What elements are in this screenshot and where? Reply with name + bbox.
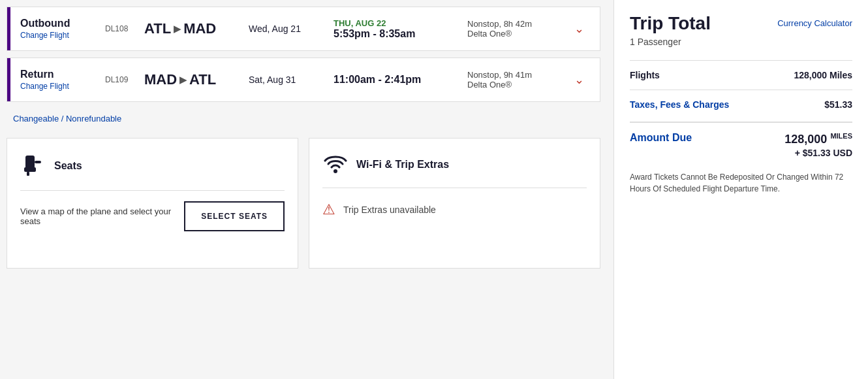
return-nonstop: Nonstop, 9h 41m [467,70,572,80]
changeable-notice: Changeable / Nonrefundable [7,108,600,129]
seats-card-header: Seats [20,152,285,180]
svg-rect-1 [24,167,36,172]
trip-total-title: Trip Total [630,13,711,34]
amount-usd-value: 51.33 [808,148,831,158]
outbound-flight-info: Nonstop, 8h 42m Delta One® [467,19,572,39]
seats-card: Seats View a map of the plane and select… [7,138,298,269]
taxes-value: $51.33 [824,99,852,110]
outbound-date: Wed, Aug 21 [249,24,333,34]
svg-rect-2 [27,172,29,176]
return-date: Sat, Aug 31 [249,74,333,85]
seat-icon [20,152,46,180]
seats-divider [20,190,285,191]
taxes-label: Taxes, Fees & Charges [630,99,729,110]
svg-rect-0 [25,156,35,169]
wifi-divider [322,188,587,188]
outbound-direction: Outbound [20,18,105,29]
return-label: Return Change Flight [20,69,105,91]
outbound-nonstop: Nonstop, 8h 42m [467,19,572,29]
trip-total-header: Trip Total Currency Calculator [630,13,852,34]
return-route-to: ATL [189,71,216,88]
outbound-label: Outbound Change Flight [20,18,105,40]
outbound-change-flight-link[interactable]: Change Flight [20,31,69,40]
wifi-card: Wi-Fi & Trip Extras ⚠ Trip Extras unavai… [309,138,600,269]
wifi-card-title: Wi-Fi & Trip Extras [356,159,449,171]
amount-usd: + $51.33 USD [784,148,852,158]
outbound-times-highlight: THU, AUG 22 [333,18,467,28]
flights-value: 128,000 Miles [794,70,852,80]
amount-miles: 128,000 MILES [784,132,852,146]
amount-due-label: Amount Due [630,132,692,144]
return-change-flight-link[interactable]: Change Flight [20,82,69,91]
amount-miles-number: 128,000 [784,133,827,146]
amount-due-value: 128,000 MILES + $51.33 USD [784,132,852,158]
return-route: MAD ▶ ATL [144,71,249,88]
return-expand-button[interactable]: ⌄ [572,70,587,90]
wifi-icon [322,152,349,177]
wifi-unavailable-text: Trip Extras unavailable [343,205,436,215]
amount-due-section: Amount Due 128,000 MILES + $51.33 USD [630,122,852,158]
flights-label: Flights [630,70,660,80]
outbound-times: THU, AUG 22 5:53pm - 8:35am [333,18,467,40]
return-times: 11:00am - 2:41pm [333,74,467,86]
flights-row: Flights 128,000 Miles [630,60,852,90]
return-flight-card: Return Change Flight DL109 MAD ▶ ATL Sat… [7,58,600,102]
outbound-flight-card: Outbound Change Flight DL108 ATL ▶ MAD W… [7,7,600,51]
outbound-expand-button[interactable]: ⌄ [572,19,587,39]
alert-icon: ⚠ [322,201,335,218]
amount-usd-prefix: + $ [795,148,808,158]
wifi-card-header: Wi-Fi & Trip Extras [322,152,587,177]
return-route-from: MAD [144,71,177,88]
outbound-route-to: MAD [183,20,216,37]
taxes-row: Taxes, Fees & Charges $51.33 [630,90,852,119]
select-seats-button[interactable]: SELECT SEATS [184,201,285,231]
amount-due-row: Amount Due 128,000 MILES + $51.33 USD [630,132,852,158]
return-route-arrow: ▶ [179,74,187,85]
outbound-class: Delta One® [467,29,572,39]
right-panel: Trip Total Currency Calculator 1 Passeng… [613,0,868,379]
return-flight-number: DL109 [105,75,144,84]
passenger-count: 1 Passenger [630,37,852,47]
amount-usd-unit: USD [833,148,852,158]
svg-rect-3 [35,161,41,163]
award-notice: Award Tickets Cannot Be Redeposited Or C… [630,171,852,195]
outbound-route-arrow: ▶ [174,24,181,34]
extras-row: Seats View a map of the plane and select… [7,138,600,269]
return-direction: Return [20,69,105,80]
seats-description: View a map of the plane and select your … [20,206,171,226]
return-flight-info: Nonstop, 9h 41m Delta One® [467,70,572,90]
return-class: Delta One® [467,80,572,90]
seats-card-title: Seats [54,160,82,172]
outbound-route-from: ATL [144,20,171,37]
outbound-flight-number: DL108 [105,24,144,33]
wifi-unavailable: ⚠ Trip Extras unavailable [322,199,587,218]
amount-miles-unit: MILES [830,132,852,140]
currency-calculator-link[interactable]: Currency Calculator [777,18,852,28]
seats-content: View a map of the plane and select your … [20,201,285,231]
return-times-value: 11:00am - 2:41pm [333,74,467,86]
svg-point-4 [333,169,337,173]
outbound-route: ATL ▶ MAD [144,20,249,37]
outbound-times-value: 5:53pm - 8:35am [333,28,467,40]
